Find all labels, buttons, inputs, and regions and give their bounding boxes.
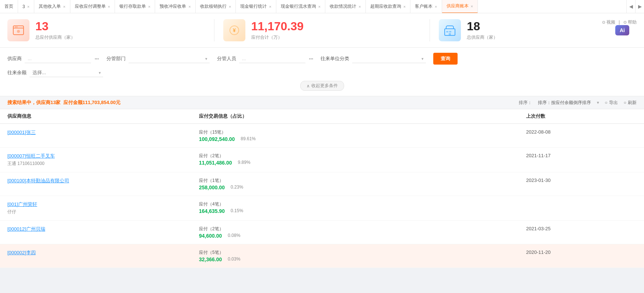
tab-close-other-income[interactable]: ×: [63, 4, 65, 9]
last-pay-cell: 2020-11-20: [526, 249, 637, 255]
supplier-name-link[interactable]: [000002]李四: [7, 249, 199, 256]
tab-close-overdue-ar[interactable]: ×: [403, 4, 406, 9]
tx-percent-value: 9.89%: [238, 160, 251, 165]
tab-close-supplier-book[interactable]: ×: [471, 4, 473, 8]
tx-info-cell: 应付（15笔）100,092,540.0089.61%: [199, 129, 526, 142]
table-rows: [000001]张三应付（15笔）100,092,540.0089.61%202…: [0, 124, 644, 268]
svg-rect-7: [449, 33, 451, 35]
table-row: [000007]恒旺二手叉车王通 17106110000应付（2笔）11,051…: [0, 148, 644, 172]
result-bar: 搜索结果中，供应商13家 应付金额111,703,854.00元 排序： 排序：…: [0, 96, 644, 109]
video-link[interactable]: ⊙ 视频: [602, 20, 617, 25]
balance-chevron-icon: ▾: [99, 70, 101, 75]
svg-point-1: [17, 30, 20, 33]
tx-info-cell: 应付（4笔）164,635.900.15%: [199, 201, 526, 214]
nav-tab-bank-deposit[interactable]: 银行存取款单×: [115, 0, 155, 13]
tx-label: 应付（1笔）: [199, 177, 526, 184]
supplier-name-link[interactable]: [000012]广州贝瑞: [7, 226, 199, 232]
tx-amount-value: 164,635.90: [199, 208, 225, 214]
tab-close-receipt-stat[interactable]: ×: [358, 4, 361, 9]
tx-amount-value: 11,051,486.00: [199, 160, 232, 166]
person-more-icon[interactable]: •••: [309, 56, 314, 61]
nav-arrow-right[interactable]: ▶: [635, 0, 644, 13]
export-button[interactable]: ○ 导出: [605, 100, 618, 106]
supplier-sub-info: 王通 17106110000: [7, 161, 199, 167]
filter-department: 分管部门 ▾: [106, 54, 210, 63]
supplier-name-link[interactable]: [000100]本特勤油品有限公司: [7, 177, 199, 184]
tx-amount-row: 32,366.000.03%: [199, 256, 526, 262]
tx-amount-value: 94,600.00: [199, 233, 222, 239]
filter-row-1: 供应商 ••• 分管部门 ▾ 分管人员 ••• 往来单位分类 ▾ 查询: [7, 53, 637, 65]
nav-tab-other-income[interactable]: 其他收入单×: [34, 0, 70, 13]
tx-type-label: 应付（2笔）: [199, 153, 224, 158]
col-header-tx: 应付交易信息（占比）: [199, 113, 526, 120]
nav-tab-cash-bank-stat[interactable]: 现金银行统计×: [236, 0, 276, 13]
department-chevron-icon: ▾: [205, 56, 207, 61]
col-header-supplier: 供应商信息: [7, 113, 199, 120]
tab-close-bank-deposit[interactable]: ×: [148, 4, 150, 9]
supplier-name-link[interactable]: [000001]张三: [7, 129, 199, 136]
supplier-info-cell: [000012]广州贝瑞: [7, 226, 199, 232]
tab-close-ar-ap-adjust[interactable]: ×: [108, 4, 110, 9]
nav-tab-supplier-book[interactable]: 供应商账本×: [442, 0, 478, 13]
category-input[interactable]: [352, 54, 426, 63]
tx-percent-value: 89.61%: [241, 136, 256, 141]
sort-chevron-icon: ▾: [597, 100, 599, 105]
balance-input[interactable]: [29, 68, 103, 77]
tab-close-customer-book[interactable]: ×: [435, 4, 437, 9]
stat-total-content: 18 总供应商（家）: [467, 20, 498, 41]
svg-rect-5: [446, 31, 448, 32]
tab-close-cash-bank-stat[interactable]: ×: [269, 4, 271, 9]
tx-percent-value: 0.23%: [231, 185, 243, 190]
tab-close-tab3[interactable]: ×: [27, 4, 29, 9]
collapse-button[interactable]: ∧ 收起更多条件: [300, 81, 344, 91]
refresh-button[interactable]: ○ 刷新: [624, 100, 637, 106]
stat-payable-suppliers: 13 总应付供应商（家）: [7, 19, 205, 41]
nav-tab-tab3[interactable]: 3×: [18, 0, 34, 13]
supplier-sub-info: 仔仔: [7, 209, 199, 215]
supplier-more-icon[interactable]: •••: [95, 56, 99, 61]
total-suppliers-label: 总供应商（家）: [467, 34, 498, 41]
supplier-name-link[interactable]: [000007]恒旺二手叉车: [7, 153, 199, 159]
nav-tab-prepay-ar[interactable]: 预收冲应收单×: [155, 0, 195, 13]
department-input[interactable]: [129, 54, 210, 63]
payable-amount-number: 11,170.39: [251, 20, 304, 33]
result-info: 搜索结果中，供应商13家 应付金额111,703,854.00元: [7, 99, 120, 106]
tab-close-cash-flow-query[interactable]: ×: [318, 4, 321, 9]
stat-amount-content: 11,170.39 应付合计（万）: [251, 20, 304, 41]
supplier-label: 供应商: [7, 55, 22, 62]
nav-tab-receipt-exec[interactable]: 收款核销执行×: [196, 0, 236, 13]
nav-tab-receipt-stat[interactable]: 收款情况统计×: [325, 0, 365, 13]
supplier-input[interactable]: [25, 54, 91, 63]
link-separator: |: [619, 20, 620, 25]
nav-tab-cash-flow-query[interactable]: 现金银行流水查询×: [276, 0, 325, 13]
result-actions: 排序： 排序：按应付余额倒序排序 ▾ ○ 导出 ○ 刷新: [519, 100, 637, 106]
tx-type-label: 应付（2笔）: [199, 226, 224, 231]
tab-close-receipt-exec[interactable]: ×: [229, 4, 231, 9]
search-button[interactable]: 查询: [433, 53, 458, 65]
tx-label: 应付（15笔）: [199, 129, 526, 135]
last-pay-cell: 2023-01-30: [526, 177, 637, 183]
tx-amount-row: 164,635.900.15%: [199, 207, 526, 214]
balance-select-container: ▾: [29, 68, 103, 77]
tx-info-cell: 应付（1笔）258,000.000.23%: [199, 177, 526, 190]
nav-tab-customer-book[interactable]: 客户账本×: [410, 0, 442, 13]
nav-tab-ar-ap-adjust[interactable]: 应收应付调整单×: [70, 0, 115, 13]
nav-arrow-left[interactable]: ◀: [626, 0, 635, 13]
ai-badge[interactable]: Ai: [615, 25, 629, 35]
nav-tab-overdue-ar[interactable]: 超期应收款查询×: [366, 0, 410, 13]
payable-icon: [7, 19, 29, 41]
payable-suppliers-label: 总应付供应商（家）: [35, 34, 75, 41]
tx-type-label: 应付（15笔）: [199, 130, 226, 135]
filter-category: 往来单位分类 ▾: [321, 54, 426, 63]
supplier-name-link[interactable]: [001]广州荣轩: [7, 201, 199, 208]
sort-value[interactable]: 排序：按应付余额倒序排序: [538, 100, 591, 106]
person-input[interactable]: [239, 54, 305, 63]
category-select-container: ▾: [352, 54, 426, 63]
table-row: [000002]李四应付（5笔）32,366.000.03%2020-11-20: [0, 244, 644, 268]
tx-amount-value: 100,092,540.00: [199, 136, 235, 142]
tab-close-prepay-ar[interactable]: ×: [188, 4, 190, 9]
tx-type-label: 应付（1笔）: [199, 178, 224, 183]
total-suppliers-number: 18: [467, 20, 498, 33]
nav-tab-home[interactable]: 首页: [0, 0, 18, 13]
help-link[interactable]: ⊙ 帮助: [623, 20, 637, 25]
